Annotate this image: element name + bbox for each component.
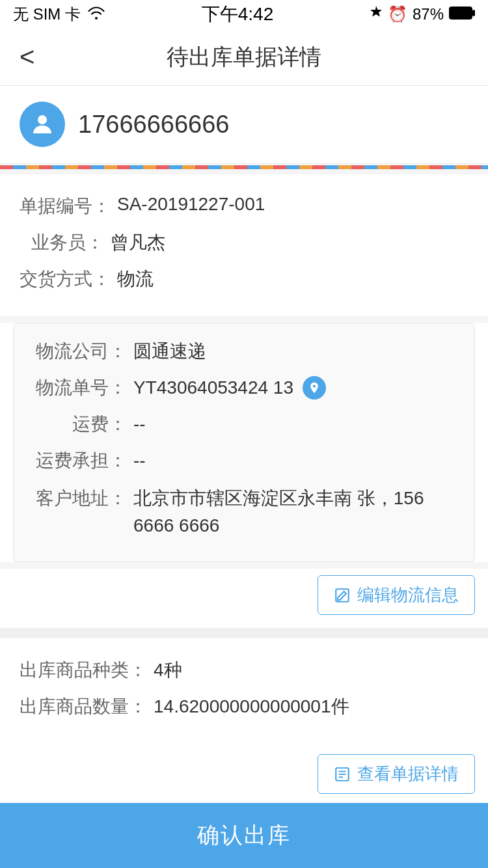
status-left: 无 SIM 卡 — [13, 4, 105, 25]
logistics-company-label: 物流公司： — [29, 339, 127, 364]
freight-value: -- — [133, 414, 459, 435]
dashed-divider — [0, 165, 488, 169]
delivery-label: 交货方式： — [20, 267, 111, 292]
product-quantity-row: 出库商品数量： 14.620000000000001件 — [20, 694, 468, 719]
view-detail-label: 查看单据详情 — [357, 763, 459, 785]
salesman-row: 业务员： 曾凡杰 — [20, 230, 468, 255]
logistics-tracking-label: 物流单号： — [29, 375, 127, 400]
freight-bear-value: -- — [133, 450, 459, 471]
product-type-value: 4种 — [154, 658, 182, 683]
product-section: 出库商品种类： 4种 出库商品数量： 14.620000000000001件 — [0, 638, 488, 744]
logistics-company-row: 物流公司： 圆通速递 — [29, 339, 459, 364]
product-type-row: 出库商品种类： 4种 — [20, 658, 468, 683]
confirm-outbound-button[interactable]: 确认出库 — [0, 803, 488, 868]
view-detail-row: 查看单据详情 — [0, 744, 488, 809]
status-time: 下午4:42 — [202, 2, 274, 27]
customer-header: 17666666666 — [0, 86, 488, 163]
address-row: 客户地址： 北京市市辖区海淀区永丰南 张，156 6666 6666 — [29, 485, 459, 539]
nav-bar: < 待出库单据详情 — [0, 29, 488, 86]
product-type-label: 出库商品种类： — [20, 658, 147, 683]
svg-rect-1 — [472, 10, 475, 16]
order-info-section: 单据编号： SA-20191227-001 业务员： 曾凡杰 交货方式： 物流 — [0, 174, 488, 316]
svg-rect-0 — [450, 7, 472, 20]
tracking-number: YT43064053424 13 — [133, 377, 293, 398]
address-label: 客户地址： — [29, 485, 127, 511]
location-icon[interactable] — [303, 376, 326, 400]
battery-icon — [449, 5, 475, 23]
status-right: ⏰ 87% — [370, 5, 475, 23]
logistics-tracking-value: YT43064053424 13 — [133, 376, 459, 400]
freight-bear-label: 运费承担： — [29, 448, 127, 473]
logistics-card: 物流公司： 圆通速递 物流单号： YT43064053424 13 运费： -- — [13, 323, 475, 562]
svg-point-2 — [38, 115, 47, 124]
edit-logistics-label: 编辑物流信息 — [357, 584, 459, 606]
freight-bear-row: 运费承担： -- — [29, 448, 459, 473]
delivery-value: 物流 — [117, 267, 468, 292]
order-number-value: SA-20191227-001 — [117, 194, 468, 215]
page-title: 待出库单据详情 — [167, 42, 321, 72]
freight-label: 运费： — [29, 412, 127, 437]
back-button[interactable]: < — [20, 42, 34, 72]
alarm-icon: ⏰ — [388, 5, 407, 23]
salesman-value: 曾凡杰 — [111, 230, 468, 255]
wifi-icon — [87, 5, 105, 23]
delivery-row: 交货方式： 物流 — [20, 267, 468, 292]
battery-text: 87% — [413, 5, 444, 23]
order-number-row: 单据编号： SA-20191227-001 — [20, 194, 468, 219]
freight-row: 运费： -- — [29, 412, 459, 437]
edit-logistics-button[interactable]: 编辑物流信息 — [318, 575, 475, 615]
section-divider-1 — [0, 628, 488, 638]
confirm-outbound-label: 确认出库 — [197, 821, 291, 850]
view-detail-button[interactable]: 查看单据详情 — [318, 754, 475, 794]
carrier-text: 无 SIM 卡 — [13, 4, 81, 25]
logistics-company-value: 圆通速递 — [133, 339, 459, 364]
logistics-tracking-row: 物流单号： YT43064053424 13 — [29, 375, 459, 400]
address-value: 北京市市辖区海淀区永丰南 张，156 6666 6666 — [133, 485, 459, 539]
salesman-label: 业务员： — [20, 230, 104, 255]
status-bar: 无 SIM 卡 下午4:42 ⏰ 87% — [0, 0, 488, 29]
edit-btn-row: 编辑物流信息 — [0, 569, 488, 628]
order-number-label: 单据编号： — [20, 194, 111, 219]
avatar — [20, 102, 65, 147]
location-status-icon — [370, 5, 383, 23]
product-quantity-value: 14.620000000000001件 — [154, 694, 349, 719]
customer-phone: 17666666666 — [78, 111, 229, 139]
product-quantity-label: 出库商品数量： — [20, 694, 147, 719]
